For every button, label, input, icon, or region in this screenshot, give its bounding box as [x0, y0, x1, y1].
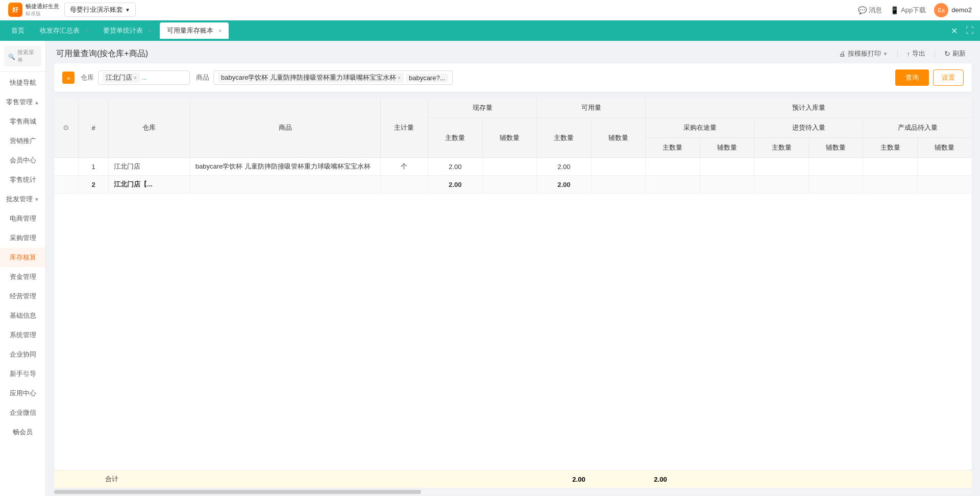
sidebar-item-retail-mgmt[interactable]: 零售管理 ▲ [0, 92, 45, 112]
th-expected-in: 预计入库量 [646, 98, 972, 118]
product-filter-input[interactable]: babycare学饮杯 儿童防摔防撞吸管杯重力球吸嘴杯宝宝水杯 × babyca… [213, 70, 453, 85]
td-settings [54, 158, 79, 176]
tab-yaohuo[interactable]: 要货单统计表 × [96, 22, 158, 39]
tab-shoufacun[interactable]: 收发存汇总表 × [33, 22, 95, 39]
settings-button[interactable]: 设置 [933, 69, 964, 86]
th-pur-transit: 采购在途量 [646, 118, 754, 138]
print-button[interactable]: 按模板打印 ▼ [835, 47, 892, 60]
th-pur-pending-aux: 辅数量 [808, 138, 863, 158]
th-pur-pending: 进货待入量 [754, 118, 863, 138]
th-pur-transit-main: 主数量 [646, 138, 700, 158]
sidebar-item-enterprise-wx[interactable]: 企业微信 [0, 403, 45, 422]
sidebar: 搜索菜单 快捷导航 零售管理 ▲ 零售商城 营销推广 会员中心 零售统计 [0, 41, 46, 496]
sidebar-item-marketing[interactable]: 营销推广 [0, 131, 45, 151]
close-icon[interactable]: × [85, 28, 88, 34]
product-tag-1: babycare学饮杯 儿童防摔防撞吸管杯重力球吸嘴杯宝宝水杯 × [218, 73, 404, 83]
sidebar-item-member[interactable]: 畅会员 [0, 422, 45, 442]
refresh-button[interactable]: 刷新 [940, 47, 970, 60]
filter-expand-button[interactable]: » [62, 72, 75, 84]
product-tag-2: babycare?... [406, 74, 449, 82]
th-prod-pending: 产成品待入量 [863, 118, 972, 138]
td-stock-main: 2.00 [428, 158, 482, 176]
tabbar-right: ✕ ⛶ [949, 24, 976, 38]
remove-product-tag-1[interactable]: × [398, 75, 401, 81]
td-pur-pending-main [754, 176, 809, 194]
td-avail-main: 2.00 [537, 176, 592, 194]
filter-bar: » 仓库 江北门店 × ... 商品 babycare学饮杯 儿童防摔防撞吸管杯… [54, 63, 972, 92]
user-menu[interactable]: Ea demo2 [934, 3, 972, 17]
topbar-left: 好 畅捷通好生意 标准版 母婴行业演示账套 ▼ [8, 3, 136, 17]
sidebar-item-purchase-mgmt[interactable]: 采购管理 [0, 228, 45, 248]
message-button[interactable]: 消息 [858, 6, 882, 15]
horizontal-scrollbar[interactable] [54, 490, 972, 494]
print-icon [839, 50, 846, 58]
td-unit [380, 176, 428, 194]
th-no: # [79, 98, 109, 158]
chevron-down-icon[interactable]: ▼ [883, 51, 888, 57]
sidebar-item-enterprise[interactable]: 企业协同 [0, 345, 45, 364]
th-warehouse: 仓库 [109, 98, 190, 158]
td-unit: 个 [380, 158, 428, 176]
content-area: 可用量查询(按仓库+商品) 按模板打印 ▼ 导出 刷新 [46, 41, 980, 496]
sidebar-item-retail-stats[interactable]: 零售统计 [0, 170, 45, 190]
table-container: ⚙ # 仓库 商品 主计量 现存量 可用量 预计入库量 主数量 辅数量 主数量 [54, 98, 972, 470]
remove-warehouse-tag[interactable]: × [134, 75, 137, 81]
th-prod-pending-aux: 辅数量 [917, 138, 972, 158]
td-warehouse: 江北门店 [109, 158, 190, 176]
footer-label: 合计 [100, 475, 177, 484]
page-title: 可用量查询(按仓库+商品) [56, 49, 148, 59]
warehouse-tag: 江北门店 × [103, 73, 140, 83]
td-pur-pending-aux [808, 176, 863, 194]
th-settings: ⚙ [54, 98, 79, 158]
th-stock-aux: 辅数量 [482, 118, 537, 158]
td-pur-transit-main [646, 158, 700, 176]
expand-icon: ▼ [34, 197, 39, 202]
scroll-thumb[interactable] [54, 490, 421, 494]
maximize-icon[interactable]: ⛶ [964, 24, 976, 37]
tab-home[interactable]: 首页 [4, 22, 32, 39]
close-window-icon[interactable]: ✕ [949, 24, 960, 38]
td-warehouse: 江北门店【... [109, 176, 190, 194]
td-prod-pending-aux [917, 158, 972, 176]
sidebar-item-system[interactable]: 系统管理 [0, 325, 45, 345]
td-pur-transit-main [646, 176, 700, 194]
close-icon[interactable]: × [148, 28, 151, 34]
sidebar-item-ecommerce[interactable]: 电商管理 [0, 209, 45, 228]
table-row: 2 江北门店【... 2.00 2.00 [54, 176, 972, 194]
sidebar-search[interactable]: 搜索菜单 [0, 41, 45, 72]
th-pur-transit-aux: 辅数量 [700, 138, 754, 158]
topbar-right: 消息 App下载 Ea demo2 [858, 3, 972, 17]
divider [897, 50, 898, 58]
app-download-button[interactable]: App下载 [890, 6, 926, 15]
sidebar-item-wholesale-mgmt[interactable]: 批发管理 ▼ [0, 190, 45, 209]
close-icon[interactable]: × [218, 28, 222, 34]
td-product [190, 176, 380, 194]
avatar: Ea [934, 3, 948, 17]
export-button[interactable]: 导出 [903, 47, 930, 60]
refresh-icon [944, 50, 950, 58]
sidebar-item-member-center[interactable]: 会员中心 [0, 151, 45, 170]
data-table: ⚙ # 仓库 商品 主计量 现存量 可用量 预计入库量 主数量 辅数量 主数量 [54, 98, 972, 194]
sidebar-item-retail-mall[interactable]: 零售商城 [0, 112, 45, 131]
th-current-stock: 现存量 [428, 98, 536, 118]
topbar: 好 畅捷通好生意 标准版 母婴行业演示账套 ▼ 消息 App下载 Ea demo… [0, 0, 980, 20]
sidebar-item-operation[interactable]: 经营管理 [0, 287, 45, 306]
sidebar-item-new-guide[interactable]: 新手引导 [0, 364, 45, 384]
query-button[interactable]: 查询 [895, 69, 929, 86]
store-selector[interactable]: 母婴行业演示账套 ▼ [64, 3, 136, 17]
table-footer: 合计 2.00 2.00 [54, 470, 972, 488]
th-prod-pending-main: 主数量 [863, 138, 918, 158]
sidebar-item-inventory[interactable]: 库存核算 [0, 248, 45, 267]
warehouse-filter-input[interactable]: 江北门店 × ... [98, 70, 190, 85]
warehouse-more[interactable]: ... [142, 74, 147, 81]
th-available: 可用量 [537, 98, 646, 118]
tab-keyongliang[interactable]: 可用量库存账本 × [160, 22, 229, 39]
sidebar-item-finance[interactable]: 资金管理 [0, 267, 45, 287]
sidebar-item-quick-nav[interactable]: 快捷导航 [0, 73, 45, 92]
tabbar: 首页 收发存汇总表 × 要货单统计表 × 可用量库存账本 × ✕ ⛶ [0, 20, 980, 41]
td-stock-aux [482, 176, 537, 194]
sidebar-item-basic-info[interactable]: 基础信息 [0, 306, 45, 325]
sidebar-item-app-center[interactable]: 应用中心 [0, 384, 45, 403]
td-avail-main: 2.00 [537, 158, 592, 176]
th-pur-pending-main: 主数量 [754, 138, 809, 158]
